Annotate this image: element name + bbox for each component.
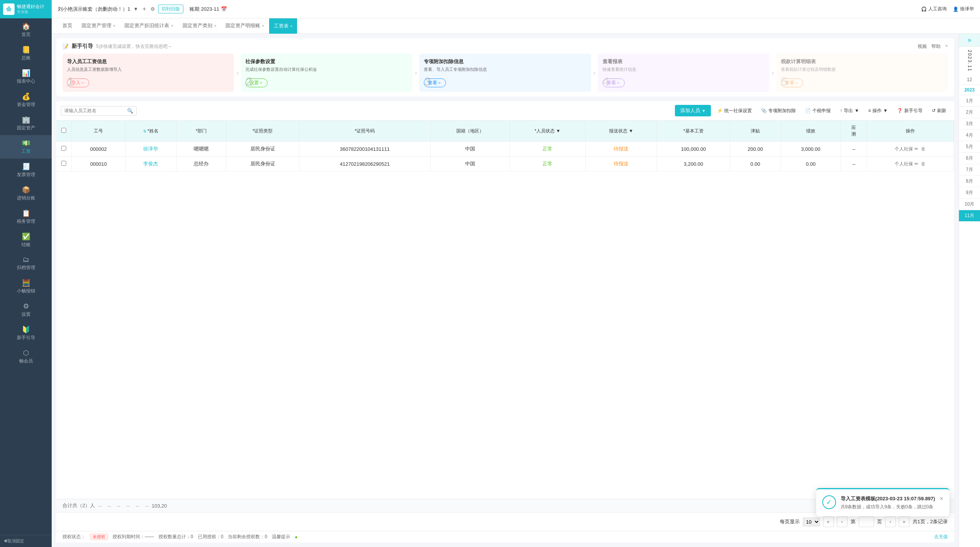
sidebar-item-settings[interactable]: ⚙ 设置 [0, 298, 52, 322]
toast-close-btn[interactable]: × [940, 495, 943, 502]
payroll-table: 工号 ⇅ *姓名 *部门 *证照类型 *证照号码 国籍（地区） [56, 121, 954, 171]
next-page-button[interactable]: › [885, 516, 896, 527]
first-page-button[interactable]: « [823, 516, 834, 527]
calendar-toggle-button[interactable]: » [959, 34, 980, 47]
cal-month-4[interactable]: 4月 [959, 130, 980, 141]
row2-action[interactable]: 个人社保 ✏ 🗑 [867, 157, 954, 171]
operations-button[interactable]: ≡ 操作 ▼ [865, 106, 891, 116]
th-id-type: *证照类型 [226, 121, 299, 142]
tab-asset-detail[interactable]: 固定资产明细账 × [221, 18, 269, 34]
page-number-input[interactable]: 1 [859, 516, 874, 527]
row2-name[interactable]: 李俊杰 [126, 157, 176, 171]
cal-month-6[interactable]: 6月 [959, 153, 980, 164]
per-page-select[interactable]: 10 20 50 [803, 518, 820, 526]
guide-step-3-num: 3 [424, 75, 431, 89]
row2-edit-icon[interactable]: ✏ [915, 161, 918, 167]
account-settings-icon[interactable]: ⚙ [150, 6, 155, 12]
guide-video-link[interactable]: 视频 [918, 43, 927, 50]
select-all-checkbox[interactable] [61, 128, 66, 133]
sidebar-item-ledger[interactable]: 📒 总账 [0, 42, 52, 65]
sidebar-item-inventory[interactable]: 📦 进销台账 [0, 182, 52, 205]
search-wrap[interactable]: 🔍 [61, 106, 137, 116]
sidebar-item-archive[interactable]: 🗂 归档管理 [0, 252, 52, 275]
sidebar-item-member[interactable]: ⬡ 畅会员 [0, 345, 52, 368]
row1-checkbox[interactable] [56, 142, 72, 157]
guide-help-link[interactable]: 帮助 [931, 43, 941, 50]
cal-month-1[interactable]: 1月 [959, 95, 980, 107]
calendar-icon[interactable]: 📅 [221, 6, 227, 12]
tax-declare-button[interactable]: 📄 个税申报 [802, 106, 834, 116]
tab-payroll[interactable]: 工资表 × [269, 18, 297, 34]
tab-asset-category[interactable]: 固定资产类别 × [178, 18, 221, 34]
search-input[interactable] [64, 108, 126, 113]
th-allowance: 津贴 [730, 121, 781, 142]
row1-edit-icon[interactable]: ✏ [915, 146, 918, 152]
auth-recharge-link[interactable]: 去充值 [934, 534, 948, 540]
cal-month-5[interactable]: 5月 [959, 141, 980, 153]
social-security-icon: ⚡ [717, 108, 723, 113]
user-menu[interactable]: 👤 徐泽华 [953, 6, 974, 12]
row2-checkbox[interactable] [56, 157, 72, 171]
row2-delete-icon[interactable]: 🗑 [921, 161, 926, 167]
account-dropdown-icon[interactable]: ▼ [133, 6, 138, 12]
sidebar-item-funds[interactable]: 💰 资金管理 [0, 88, 52, 112]
submit-filter-icon[interactable]: ▼ [629, 128, 633, 134]
sidebar-item-guide[interactable]: 🔰 新手引导 [0, 322, 52, 345]
cal-month-7[interactable]: 7月 [959, 164, 980, 176]
tab-asset-category-close[interactable]: × [214, 23, 216, 28]
guide-close-btn[interactable]: × [945, 43, 948, 50]
auth-bar: 授权状态： 未授权 授权到期时间：—— 授权数量总计：0 已用授权：0 当前剩余… [56, 531, 954, 542]
sidebar-item-fixed-assets[interactable]: 🏢 固定资产 [0, 112, 52, 135]
cal-month-12[interactable]: 12 [959, 75, 980, 85]
row1-delete-icon[interactable]: 🗑 [921, 146, 926, 152]
prev-page-button[interactable]: ‹ [837, 516, 848, 527]
auth-status-value: 未授权 [90, 534, 108, 540]
consult-button[interactable]: 🎧 人工咨询 [921, 6, 947, 12]
expense-icon: 🧮 [22, 279, 30, 287]
refresh-button[interactable]: ↺ 刷新 [929, 106, 949, 116]
export-button[interactable]: ↑ 导出 ▼ [837, 106, 862, 116]
sidebar-item-payroll[interactable]: 💵 工资 [0, 135, 52, 158]
sidebar-item-expense[interactable]: 🧮 小畅报销 [0, 275, 52, 298]
status-filter-icon[interactable]: ▼ [556, 128, 560, 134]
add-account-icon[interactable]: ＋ [141, 5, 147, 13]
sidebar-label-invoice: 发票管理 [17, 171, 35, 178]
guide-step-1: 导入员工工资信息 人员信息及工资数据新增导入 1 导入＞ [62, 54, 234, 92]
sidebar-item-home[interactable]: 🏠 首页 [0, 18, 52, 42]
tab-fixed-assets-close[interactable]: × [113, 23, 115, 28]
cal-year-2023[interactable]: 2023 [959, 85, 980, 95]
row1-name[interactable]: 徐泽华 [126, 142, 176, 157]
period-value[interactable]: 2023-11 [201, 6, 219, 12]
guide-help-button[interactable]: ❓ 新手引导 [894, 106, 926, 116]
cal-month-10[interactable]: 10月 [959, 199, 980, 210]
cal-month-11[interactable]: 11月 [959, 210, 980, 222]
sidebar: 会 畅捷通好会计 专业版 🏠 首页 📒 总账 📊 报表中心 💰 资金管理 🏢 固… [0, 0, 52, 547]
cal-month-8[interactable]: 8月 [959, 176, 980, 187]
th-name[interactable]: ⇅ *姓名 [126, 121, 176, 142]
tab-asset-detail-close[interactable]: × [262, 23, 264, 28]
special-deduction-button[interactable]: 📎 专项附加扣除 [758, 106, 799, 116]
unpin-button[interactable]: ◀取消固定 [0, 535, 52, 547]
tab-fixed-assets[interactable]: 固定资产管理 × [77, 18, 120, 34]
old-version-button[interactable]: 切到旧版 [158, 5, 183, 13]
tab-home[interactable]: 首页 [58, 18, 77, 34]
consult-icon: 🎧 [921, 7, 927, 12]
sidebar-item-reports[interactable]: 📊 报表中心 [0, 65, 52, 88]
sidebar-item-tax[interactable]: 📋 税务管理 [0, 205, 52, 229]
th-status[interactable]: *人员状态 ▼ [510, 121, 585, 142]
add-person-button[interactable]: 添加人员 ▼ [675, 105, 711, 116]
tab-payroll-close[interactable]: × [290, 24, 292, 28]
sidebar-item-invoice[interactable]: 🧾 发票管理 [0, 158, 52, 182]
th-submit-status[interactable]: 报送状态 ▼ [585, 121, 657, 142]
last-page-button[interactable]: » [899, 516, 910, 527]
cal-month-9[interactable]: 9月 [959, 187, 980, 199]
cal-month-3[interactable]: 3月 [959, 118, 980, 130]
cal-month-2[interactable]: 2月 [959, 107, 980, 118]
tab-depreciation-close[interactable]: × [171, 23, 173, 28]
sidebar-item-settle[interactable]: ✅ 结账 [0, 229, 52, 252]
tab-depreciation[interactable]: 固定资产折旧统计表 × [120, 18, 178, 34]
social-security-button[interactable]: ⚡ 统一社保设置 [714, 106, 755, 116]
th-checkbox[interactable] [56, 121, 72, 142]
row1-action[interactable]: 个人社保 ✏ 🗑 [867, 142, 954, 157]
search-icon[interactable]: 🔍 [127, 108, 133, 114]
